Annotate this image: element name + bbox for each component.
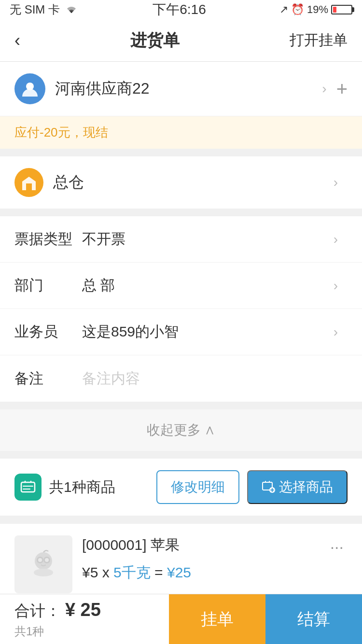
product-total: ¥25: [167, 564, 191, 580]
svg-rect-2: [21, 482, 35, 492]
dept-value: 总 部: [72, 276, 334, 295]
battery-percent: 19%: [307, 3, 328, 16]
product-unit-price: ¥5: [82, 564, 98, 580]
remark-row[interactable]: 备注 备注内容: [0, 355, 362, 402]
notice-text: 应付-20元，现结: [14, 125, 108, 140]
back-button[interactable]: ‹: [14, 30, 20, 51]
product-equals: =: [154, 564, 167, 580]
status-time: 下午6:16: [153, 0, 206, 19]
sales-chevron-icon: ›: [334, 324, 338, 340]
warehouse-icon: [14, 168, 43, 197]
supplier-name: 河南供应商22: [55, 78, 322, 99]
total-amount: ¥ 25: [65, 600, 101, 620]
warehouse-section: 总仓 ›: [0, 156, 362, 209]
supplier-section: 河南供应商22 › + 应付-20元，现结: [0, 62, 362, 149]
battery-icon: [331, 5, 352, 14]
total-label: 合计：: [14, 602, 61, 619]
product-qty: 5千克: [113, 564, 151, 580]
total-sub: 共1种: [14, 624, 154, 639]
carrier-label: 无 SIM 卡: [10, 2, 60, 17]
form-section: 票据类型 不开票 › 部门 总 部 › 业务员 这是859的小智 › 备注 备注…: [0, 216, 362, 402]
open-hang-button[interactable]: 打开挂单: [290, 30, 348, 50]
product-item: [0000001] 苹果 ¥5 x 5千克 = ¥25 ···: [0, 524, 362, 605]
invoice-value: 不开票: [72, 229, 334, 249]
supplier-row[interactable]: 河南供应商22 › +: [0, 62, 362, 116]
bottom-bar: 合计： ¥ 25 共1种 挂单 结算: [0, 594, 362, 644]
dept-row[interactable]: 部门 总 部 ›: [0, 263, 362, 309]
status-right: ↗ ⏰ 19%: [279, 3, 352, 16]
location-icon: ↗: [279, 3, 288, 16]
svg-point-9: [38, 558, 42, 562]
product-x: x: [102, 564, 113, 580]
select-goods-label: 选择商品: [279, 478, 333, 496]
product-title: 苹果: [151, 537, 180, 553]
total-main: 合计： ¥ 25: [14, 600, 154, 622]
warehouse-row[interactable]: 总仓 ›: [0, 156, 362, 209]
status-bar: 无 SIM 卡 下午6:16 ↗ ⏰ 19%: [0, 0, 362, 19]
invoice-row[interactable]: 票据类型 不开票 ›: [0, 216, 362, 263]
hang-button[interactable]: 挂单: [169, 594, 265, 644]
product-price-row: ¥5 x 5千克 = ¥25: [82, 563, 317, 583]
sales-row[interactable]: 业务员 这是859的小智 ›: [0, 309, 362, 355]
select-goods-button[interactable]: 选择商品: [247, 470, 348, 504]
products-icon: [14, 474, 42, 501]
checkout-button[interactable]: 结算: [265, 594, 362, 644]
product-name: [0000001] 苹果: [82, 535, 317, 555]
warehouse-chevron-icon: ›: [334, 175, 338, 190]
products-header: 共1种商品 修改明细 选择商品: [0, 459, 362, 516]
sales-value: 这是859的小智: [72, 322, 334, 342]
status-left: 无 SIM 卡: [10, 2, 79, 17]
products-section: 共1种商品 修改明细 选择商品: [0, 459, 362, 516]
total-section: 合计： ¥ 25 共1种: [0, 594, 169, 644]
collapse-toggle[interactable]: 收起更多 ∧: [0, 409, 362, 451]
dept-chevron-icon: ›: [334, 278, 338, 294]
svg-rect-1: [26, 183, 32, 190]
invoice-chevron-icon: ›: [334, 232, 338, 247]
alarm-icon: ⏰: [291, 3, 304, 16]
collapse-label: 收起更多 ∧: [147, 422, 216, 437]
page-title: 进货单: [130, 29, 180, 52]
svg-point-10: [45, 558, 49, 562]
invoice-label: 票据类型: [14, 229, 72, 249]
product-info: [0000001] 苹果 ¥5 x 5千克 = ¥25: [82, 535, 317, 583]
remark-label: 备注: [14, 369, 72, 389]
add-button[interactable]: +: [336, 78, 348, 100]
products-count: 共1种商品: [49, 477, 156, 497]
product-thumbnail: [14, 535, 72, 593]
wifi-icon: [64, 4, 79, 15]
warehouse-name: 总仓: [53, 172, 334, 193]
nav-bar: ‹ 进货单 打开挂单: [0, 19, 362, 62]
product-code: [0000001]: [82, 537, 146, 553]
sales-label: 业务员: [14, 322, 72, 342]
supplier-avatar: [14, 73, 45, 104]
svg-point-6: [34, 569, 53, 576]
remark-input[interactable]: 备注内容: [72, 369, 348, 389]
edit-detail-button[interactable]: 修改明细: [156, 470, 239, 504]
dept-label: 部门: [14, 276, 72, 295]
product-more-button[interactable]: ···: [326, 535, 348, 558]
supplier-chevron-icon: ›: [322, 81, 326, 97]
notice-bar: 应付-20元，现结: [0, 116, 362, 149]
